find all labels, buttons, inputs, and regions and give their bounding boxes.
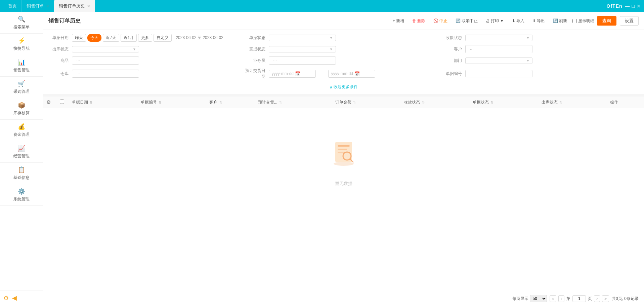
date-btn-custom[interactable]: 自定义: [154, 34, 172, 42]
table-gear-icon[interactable]: ⚙: [46, 99, 51, 105]
expected-date-end-input[interactable]: yyyy-mm-dd 📅: [328, 70, 375, 78]
page-header: 销售订单历史 + 新增 🗑 删除 🚫 中止 🔄 取消中止: [43, 12, 644, 30]
order-status-label: 单据状态: [245, 35, 269, 41]
import-icon: ⬇: [512, 18, 515, 23]
date-btn-7days[interactable]: 近7天: [103, 34, 119, 42]
close-button[interactable]: ✕: [637, 3, 641, 9]
svg-point-0: [334, 162, 354, 166]
sidebar-item-sales-mgmt[interactable]: 📊 销售管理: [0, 55, 43, 77]
refresh-button[interactable]: 🔄 刷新: [550, 17, 570, 25]
expected-date-value: yyyy-mm-dd 📅 — yyyy-mm-dd 📅: [269, 70, 442, 78]
sidebar-item-search-menu[interactable]: 🔍 搜索菜单: [0, 12, 43, 34]
outbound-status-arrow: ▼: [133, 47, 136, 51]
customer-select[interactable]: ···: [465, 45, 532, 53]
page-number-input[interactable]: [572, 295, 586, 302]
page-size-dropdown[interactable]: 10 20 50 100: [530, 295, 547, 302]
sidebar-item-sys-mgmt[interactable]: ⚙️ 系统管理: [0, 184, 43, 206]
order-status-value: ▼: [269, 35, 442, 41]
tab-sales-history-close[interactable]: ✕: [87, 4, 90, 8]
sidebar-item-sys-mgmt-label: 系统管理: [13, 196, 30, 202]
collapse-link[interactable]: ∧ 收起更多条件: [330, 84, 358, 90]
sidebar-settings-icon[interactable]: ⚙: [3, 294, 9, 302]
stop-button[interactable]: 🚫 中止: [431, 17, 450, 25]
col-order-status[interactable]: 单据状态 ⇅: [469, 97, 538, 108]
complete-status-select[interactable]: ▼: [269, 46, 336, 52]
col-expected[interactable]: 预计交货... ⇅: [255, 97, 332, 108]
sidebar-collapse-icon[interactable]: ◀: [12, 294, 17, 302]
outbound-status-select[interactable]: ▼: [72, 46, 139, 52]
setting-button[interactable]: 设置: [620, 16, 639, 26]
col-amount[interactable]: 订单金额 ⇅: [332, 97, 401, 108]
print-button[interactable]: 🖨 打印 ▼: [483, 17, 507, 25]
prev-page-button[interactable]: ‹: [558, 295, 564, 302]
next-page-button[interactable]: ›: [594, 295, 600, 302]
delete-button[interactable]: 🗑 删除: [410, 17, 428, 25]
sidebar-item-inventory[interactable]: 📦 库存核算: [0, 98, 43, 120]
col-date-label: 单据日期: [72, 100, 88, 105]
order-status-select[interactable]: ▼: [269, 35, 336, 41]
query-button[interactable]: 查询: [597, 16, 616, 26]
goods-label: 商品: [48, 58, 72, 64]
delete-text: 删除: [417, 18, 425, 24]
page-title: 销售订单历史: [48, 17, 81, 25]
tab-sales-order[interactable]: 销售订单 ✕: [22, 0, 54, 12]
col-customer-label: 客户: [209, 100, 217, 105]
cancel-stop-button[interactable]: 🔄 取消中止: [453, 17, 480, 25]
col-customer[interactable]: 客户 ⇅: [206, 97, 254, 108]
warehouse-dots[interactable]: ···: [76, 71, 80, 76]
expected-date-end-text: yyyy-mm-dd: [331, 71, 353, 76]
collapse-text: 收起更多条件: [334, 84, 358, 90]
date-btn-yesterday[interactable]: 昨天: [72, 34, 86, 42]
tab-sales-order-close[interactable]: ✕: [46, 4, 49, 8]
col-amount-sort: ⇅: [353, 101, 356, 104]
order-no-input[interactable]: [465, 70, 532, 77]
sidebar-item-purchase-mgmt[interactable]: 🛒 采购管理: [0, 77, 43, 98]
date-btn-1month[interactable]: 近1月: [121, 34, 137, 42]
col-operation-label: 操作: [610, 100, 618, 105]
col-amount-label: 订单金额: [335, 100, 351, 105]
stop-icon: 🚫: [433, 18, 438, 23]
sidebar-item-finance[interactable]: 💰 资金管理: [0, 120, 43, 141]
last-page-button[interactable]: »: [602, 295, 609, 302]
finance-icon: 💰: [18, 123, 25, 130]
maximize-button[interactable]: □: [632, 3, 635, 9]
customer-dots[interactable]: ···: [470, 46, 474, 52]
col-outbound-status[interactable]: 出库状态 ⇅: [538, 97, 607, 108]
tab-sales-history[interactable]: 销售订单历史 ✕: [54, 0, 95, 12]
refresh-icon: 🔄: [553, 18, 558, 23]
complete-status-arrow: ▼: [330, 47, 333, 51]
date-btn-more[interactable]: 更多: [138, 34, 152, 42]
date-btn-today[interactable]: 今天: [87, 34, 101, 42]
import-button[interactable]: ⬇ 导入: [509, 17, 527, 25]
quick-nav-icon: ⚡: [18, 37, 25, 44]
collapse-arrow: ∧: [330, 85, 333, 89]
complete-status-value: ▼: [269, 46, 442, 52]
goods-select[interactable]: ···: [72, 56, 139, 65]
sales-mgmt-icon: 📊: [18, 59, 25, 66]
col-payment-status[interactable]: 收款状态 ⇅: [400, 97, 469, 108]
col-no[interactable]: 单据编号 ⇅: [137, 97, 206, 108]
new-button[interactable]: + 新增: [390, 17, 407, 25]
tab-home[interactable]: 首页: [3, 0, 22, 12]
dept-select[interactable]: ▼: [465, 58, 532, 64]
table-select-all[interactable]: [60, 100, 64, 104]
table-gear-cell: ⚙: [43, 97, 56, 108]
col-date[interactable]: 单据日期 ⇅: [69, 97, 137, 108]
salesperson-select[interactable]: ···: [269, 56, 336, 65]
col-expected-sort: ⇅: [279, 101, 282, 104]
goods-dots[interactable]: ···: [76, 58, 80, 63]
window-controls: — □ ✕: [625, 3, 641, 9]
minimize-button[interactable]: —: [625, 3, 630, 9]
sidebar-item-quick-nav[interactable]: ⚡ 快捷导航: [0, 34, 43, 55]
sidebar-item-base-info[interactable]: 📋 基础信息: [0, 163, 43, 184]
first-page-button[interactable]: «: [550, 295, 557, 302]
display-toggle-checkbox[interactable]: [572, 19, 577, 23]
sidebar-item-operation[interactable]: 📈 经营管理: [0, 141, 43, 163]
display-toggle[interactable]: 显示明细: [572, 18, 594, 24]
export-button[interactable]: ⬆ 导出: [530, 17, 548, 25]
salesperson-dots[interactable]: ···: [273, 58, 277, 63]
expected-date-start-input[interactable]: yyyy-mm-dd 📅: [269, 70, 316, 78]
payment-status-select[interactable]: ▼: [465, 35, 532, 41]
warehouse-select[interactable]: ···: [72, 70, 139, 78]
payment-status-value: ▼: [465, 35, 639, 41]
